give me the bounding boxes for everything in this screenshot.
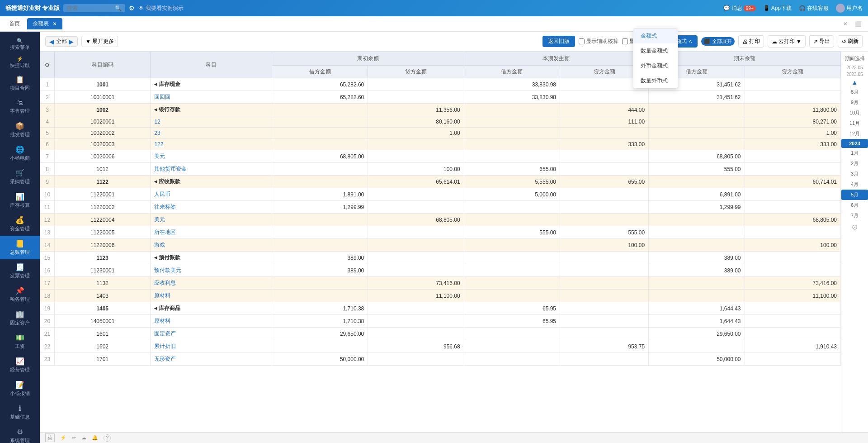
rp-month-6[interactable]: 6月 <box>841 200 868 210</box>
row-name[interactable]: 应收利息 <box>151 277 272 290</box>
rp-month-2[interactable]: 2月 <box>841 158 868 169</box>
table-row[interactable]: 4 10020001 12 80,160.00 111.00 80,271.00 <box>40 116 841 128</box>
sidebar-item-system[interactable]: ⚙ 系统管理 <box>0 424 40 443</box>
sidebar-item-salary[interactable]: 💵 工资 <box>0 330 40 353</box>
sidebar-item-retail[interactable]: 🛍 零售管理 <box>0 95 40 118</box>
table-row[interactable]: 12 11220004 美元 68,805.00 68,805.00 <box>40 214 841 226</box>
rp-month-12[interactable]: 12月 <box>841 129 868 139</box>
show-ytd-checkbox[interactable] <box>622 38 628 44</box>
row-name[interactable]: 原材料 <box>151 290 272 302</box>
rp-nav-up[interactable]: ▲ <box>850 78 860 87</box>
rp-month-7[interactable]: 7月 <box>841 210 868 221</box>
user-item[interactable]: 用户名 <box>836 4 863 13</box>
table-row[interactable]: 23 1701 无形资产 50,000.00 50,000.00 <box>40 353 841 366</box>
settings-icon[interactable]: ⚙ <box>129 5 135 12</box>
demo-link[interactable]: 👁 我要看实例演示 <box>138 5 184 12</box>
table-row[interactable]: 11 11220002 往来标签 1,299.99 1,299.99 <box>40 201 841 214</box>
rp-month-4[interactable]: 4月 <box>841 179 868 190</box>
sidebar-item-basic[interactable]: ℹ 基础信息 <box>0 400 40 424</box>
sidebar-item-purchase[interactable]: 🛒 采购管理 <box>0 165 40 189</box>
table-row[interactable]: 9 1122 ◂ 应收账款 65,614.01 5,555.00 655.00 … <box>40 176 841 188</box>
dropdown-item-foreign-amount[interactable]: 外币金额式 <box>633 58 678 73</box>
sidebar-item-quick-nav[interactable]: ⚡ 快捷导航 <box>0 53 40 71</box>
row-name[interactable]: 其他货币资金 <box>151 163 272 176</box>
table-row[interactable]: 16 11230001 预付款美元 389.00 389.00 <box>40 264 841 277</box>
table-row[interactable]: 20 14050001 原材料 1,710.38 65.95 1,644.43 <box>40 315 841 328</box>
row-name[interactable]: 所在地区 <box>151 226 272 239</box>
sidebar-item-ecommerce[interactable]: 🌐 小畅电商 <box>0 142 40 165</box>
expand-all-toggle[interactable]: ⬛ 全部展开 <box>701 37 735 46</box>
dropdown-item-amount[interactable]: 金额式 <box>633 29 678 43</box>
show-aux-checkbox[interactable] <box>579 38 585 44</box>
row-name[interactable]: 23 <box>151 128 272 139</box>
rp-month-8[interactable]: 8月 <box>841 87 868 97</box>
rp-month-1[interactable]: 1月 <box>841 148 868 158</box>
rp-year-2023[interactable]: 2023 <box>841 139 868 148</box>
sidebar-item-project[interactable]: 📋 项目合同 <box>0 71 40 95</box>
table-row[interactable]: 7 10020006 美元 68,805.00 68,805.00 <box>40 150 841 163</box>
row-name[interactable]: 往来标签 <box>151 201 272 214</box>
row-name[interactable]: 美元 <box>151 150 272 163</box>
service-item[interactable]: 🎧 在线客服 <box>799 5 829 12</box>
dropdown-item-qty-amount[interactable]: 数量金额式 <box>633 43 678 58</box>
search-box[interactable]: ◀ 全部 ▶ <box>45 36 78 47</box>
export-button[interactable]: ↗ 导出 <box>809 35 834 48</box>
rp-month-9[interactable]: 9月 <box>841 97 868 108</box>
table-row[interactable]: 15 1123 ◂ 预付账款 389.00 389.00 <box>40 252 841 264</box>
expand-button[interactable]: ▼ 展开更多 <box>81 36 118 47</box>
row-name[interactable]: 无形资产 <box>151 353 272 366</box>
tab-restore-btn[interactable]: ⬜ <box>852 20 864 28</box>
tab-home[interactable]: 首页 <box>4 18 25 29</box>
row-name[interactable]: 游戏 <box>151 239 272 252</box>
download-item[interactable]: 📱 App下载 <box>763 5 792 12</box>
rp-month-3[interactable]: 3月 <box>841 169 868 179</box>
refresh-button[interactable]: ↺ 刷新 <box>838 35 863 48</box>
row-name[interactable]: 累计折旧 <box>151 340 272 353</box>
tab-balance-close[interactable]: ✕ <box>52 21 57 27</box>
table-row[interactable]: 6 10020003 122 333.00 333.00 <box>40 139 841 150</box>
table-row[interactable]: 14 11220006 游戏 100.00 100.00 <box>40 239 841 252</box>
sidebar-item-operations[interactable]: 📈 经营管理 <box>0 353 40 377</box>
sidebar-item-inventory[interactable]: 📊 库存核算 <box>0 189 40 212</box>
row-name[interactable]: ◂ 应收账款 <box>151 176 272 188</box>
nav-right-icon[interactable]: ▶ <box>69 38 74 45</box>
rp-collapse-btn[interactable]: ⊙ <box>850 221 859 233</box>
rp-month-11[interactable]: 11月 <box>841 118 868 129</box>
table-row[interactable]: 1 1001 ◂ 库存现金 65,282.60 33,830.98 31,451… <box>40 78 841 91</box>
table-row[interactable]: 5 10020002 23 1.00 1.00 <box>40 128 841 139</box>
status-lang[interactable]: 英 <box>45 433 55 442</box>
tab-balance[interactable]: 余额表 ✕ <box>27 18 62 29</box>
sidebar-item-tax[interactable]: 📌 税务管理 <box>0 283 40 306</box>
status-help[interactable]: ? <box>104 434 111 442</box>
message-item[interactable]: 💬 消息 99+ <box>723 5 756 12</box>
row-name[interactable]: 预付款美元 <box>151 264 272 277</box>
tab-close-btn[interactable]: ✕ <box>840 20 850 28</box>
sidebar-item-fixed-assets[interactable]: 🏢 固定资产 <box>0 306 40 330</box>
table-row[interactable]: 8 1012 其他货币资金 100.00 655.00 555.00 <box>40 163 841 176</box>
row-name[interactable]: 原材料 <box>151 315 272 328</box>
print-button[interactable]: 🖨 打印 <box>738 35 764 48</box>
table-row[interactable]: 17 1132 应收利息 73,416.00 73,416.00 <box>40 277 841 290</box>
sidebar-item-report[interactable]: 📝 小畅报销 <box>0 377 40 400</box>
row-name[interactable]: ◂ 库存商品 <box>151 302 272 315</box>
row-name[interactable]: ◂ 银行存款 <box>151 104 272 116</box>
table-row[interactable]: 10 11220001 人民币 1,891.00 5,000.00 6,891.… <box>40 188 841 201</box>
table-row[interactable]: 19 1405 ◂ 库存商品 1,710.38 65.95 1,644.43 <box>40 302 841 315</box>
cloud-print-button[interactable]: ☁ 云打印 ▼ <box>768 35 806 48</box>
row-name[interactable]: 回回回 <box>151 91 272 104</box>
row-name[interactable]: 人民币 <box>151 188 272 201</box>
return-old-button[interactable]: 返回旧版 <box>542 36 575 47</box>
show-aux-check-label[interactable]: 显示辅助核算 <box>579 38 618 45</box>
table-row[interactable]: 13 11220005 所在地区 555.00 555.00 <box>40 226 841 239</box>
nav-left-icon[interactable]: ◀ <box>49 38 54 45</box>
row-name[interactable]: 美元 <box>151 214 272 226</box>
row-name[interactable]: 12 <box>151 116 272 128</box>
sidebar-item-capital[interactable]: 💰 资金管理 <box>0 212 40 236</box>
sidebar-item-wholesale[interactable]: 📦 批发管理 <box>0 118 40 142</box>
rp-month-5[interactable]: 5月 <box>841 190 868 200</box>
sidebar-item-general-ledger[interactable]: 📒 总账管理 <box>0 236 40 259</box>
sidebar-item-search[interactable]: 🔍 搜索菜单 <box>0 35 40 53</box>
col-settings-header[interactable]: ⚙ <box>40 52 55 78</box>
row-name[interactable]: ◂ 预付账款 <box>151 252 272 264</box>
settings-icon[interactable]: ⚙ <box>45 62 50 68</box>
